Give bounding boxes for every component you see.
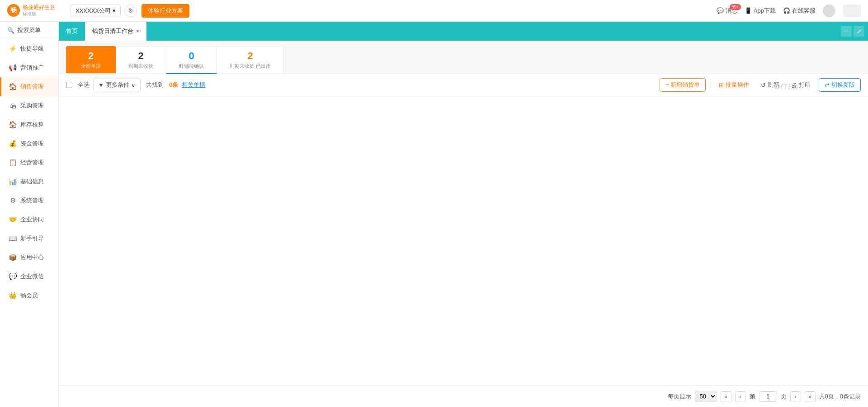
filter-label: 更多条件	[106, 81, 129, 89]
sidebar-item-label: 库存核算	[20, 121, 44, 129]
gear-icon: ⚙	[128, 7, 133, 14]
message-icon: 💬	[717, 7, 724, 14]
top-header: 畅 畅捷通好生意 标准版 XXXXXX公司 ▾ ⚙ 体验行业方案 💬 消息 99…	[0, 0, 868, 22]
inventory-icon: 🏠	[9, 121, 17, 129]
sidebar-item-inventory[interactable]: 🏠 库存核算	[0, 115, 58, 134]
stat-label-pending: 旺铺待确认	[179, 63, 204, 70]
toolbar-right: + 新增销货单 ⊞ 批量操作 ↺ 刷新 🖨 打印 ⇄ 切换新版	[660, 78, 861, 92]
sidebar-item-label: 快捷导航	[20, 45, 44, 53]
tab-active-label: 钱货日清工作台	[92, 27, 133, 35]
sidebar-item-finance[interactable]: 💰 资金管理	[0, 134, 58, 153]
sidebar-item-app-center[interactable]: 📦 应用中心	[0, 248, 58, 267]
refresh-button[interactable]: ↺ 刷新	[757, 79, 783, 91]
sidebar-item-quick-nav[interactable]: ⚡ 快捷导航	[0, 39, 58, 58]
last-page-button[interactable]: »	[805, 391, 816, 402]
sidebar-item-label: 基础信息	[20, 178, 44, 186]
sidebar-item-operations[interactable]: 📋 经营管理	[0, 153, 58, 172]
sidebar-item-purchase[interactable]: 🛍 采购管理	[0, 96, 58, 115]
app-download-label: App下载	[754, 7, 776, 15]
filter-button[interactable]: ▼ 更多条件 ∨	[93, 79, 141, 91]
wechat-icon: 💬	[9, 272, 17, 281]
logo-subtitle: 标准版	[23, 11, 55, 17]
toolbar: 全选 ▼ 更多条件 ∨ 共找到 0条 相关单据 + 新增销货单 ⊞ 批量操作 ↺	[59, 74, 868, 97]
stat-num-all: 2	[88, 50, 94, 62]
trial-button[interactable]: 体验行业方案	[142, 4, 189, 18]
page-input[interactable]	[759, 391, 777, 402]
logo-title: 畅捷通好生意	[23, 4, 55, 10]
sidebar-item-system[interactable]: ⚙ 系统管理	[0, 191, 58, 210]
system-icon: ⚙	[9, 196, 17, 205]
next-page-button[interactable]: ›	[790, 391, 801, 402]
switch-icon: ⇄	[825, 82, 830, 89]
first-page-icon: «	[724, 393, 727, 400]
minimize-icon: –	[844, 28, 848, 35]
message-button[interactable]: 💬 消息 99+	[717, 7, 737, 15]
app-center-icon: 📦	[9, 253, 17, 262]
found-count: 0条	[169, 81, 178, 89]
user-info[interactable]	[843, 5, 861, 17]
settings-button[interactable]: ⚙	[124, 5, 137, 17]
sidebar-item-label: 企业微信	[20, 272, 44, 281]
switch-version-button[interactable]: ⇄ 切换新版	[819, 78, 861, 92]
per-page-select[interactable]: 50	[695, 391, 717, 402]
sidebar-item-sales[interactable]: 🏠 销售管理	[0, 77, 58, 96]
stat-tab-overdue[interactable]: 2 到期未收款	[115, 46, 166, 73]
sidebar-item-wechat[interactable]: 💬 企业微信	[0, 267, 58, 286]
stat-label-overdue: 到期未收款	[128, 63, 153, 70]
stat-num-overdue: 2	[138, 50, 143, 62]
service-icon: 🎧	[783, 7, 790, 14]
per-page-label: 每页显示	[668, 393, 691, 401]
stat-tab-pending[interactable]: 0 旺铺待确认	[166, 46, 217, 73]
sidebar-item-label: 销售管理	[20, 83, 44, 91]
company-selector[interactable]: XXXXXX公司 ▾	[71, 5, 121, 17]
logo-icon: 畅	[7, 4, 20, 17]
sidebar-item-label: 企业协同	[20, 215, 44, 224]
vip-icon: 👑	[9, 291, 17, 299]
sidebar-item-vip[interactable]: 👑 畅会员	[0, 286, 58, 305]
sidebar-item-label: 畅会员	[20, 291, 38, 299]
stat-tab-all[interactable]: 2 全部单据	[66, 46, 116, 73]
tab-home[interactable]: 首页	[59, 22, 85, 41]
stat-num-pending: 0	[189, 50, 194, 62]
found-prefix: 共找到	[146, 81, 164, 89]
found-link[interactable]: 相关单据	[182, 81, 205, 89]
prev-page-button[interactable]: ‹	[735, 391, 746, 402]
sidebar-item-marketing[interactable]: 📢 营销推广	[0, 58, 58, 77]
print-label: 打印	[799, 81, 811, 89]
sidebar-item-label: 新手引导	[20, 234, 44, 243]
tab-bar: 首页 钱货日清工作台 × – ⤢	[59, 22, 868, 41]
sidebar-item-label: 经营管理	[20, 159, 44, 167]
tab-maximize-button[interactable]: ⤢	[854, 26, 864, 37]
sidebar-item-basic-info[interactable]: 📊 基础信息	[0, 172, 58, 191]
batch-button[interactable]: ⊞ 批量操作	[715, 79, 753, 91]
tab-active[interactable]: 钱货日清工作台 ×	[85, 22, 146, 41]
new-order-label: + 新增销货单	[665, 81, 700, 89]
tab-minimize-button[interactable]: –	[841, 26, 852, 37]
print-button[interactable]: 🖨 打印	[788, 79, 814, 91]
avatar[interactable]	[823, 5, 835, 17]
stat-tab-shipped[interactable]: 2 到期未收款 已出库	[217, 46, 284, 73]
page-suffix: 页	[781, 393, 787, 401]
new-order-button[interactable]: + 新增销货单	[660, 78, 706, 92]
last-page-icon: »	[808, 393, 811, 400]
online-service-button[interactable]: 🎧 在线客服	[783, 7, 816, 15]
app-download-icon: 📱	[745, 7, 752, 14]
stat-label-shipped: 到期未收款 已出库	[230, 63, 271, 70]
sidebar-item-label: 系统管理	[20, 196, 44, 205]
sidebar-item-cooperation[interactable]: 🤝 企业协同	[0, 210, 58, 229]
guide-icon: 📖	[9, 234, 17, 243]
company-dropdown-icon: ▾	[113, 7, 116, 14]
search-menu-item[interactable]: 🔍 搜索菜单	[0, 22, 58, 39]
header-right: 💬 消息 99+ 📱 App下载 🎧 在线客服	[717, 5, 861, 17]
app-download-button[interactable]: 📱 App下载	[745, 7, 776, 15]
select-all-checkbox[interactable]	[66, 82, 72, 88]
logo-area: 畅 畅捷通好生意 标准版	[7, 4, 66, 17]
first-page-button[interactable]: «	[721, 391, 731, 402]
tab-close-icon[interactable]: ×	[136, 28, 139, 34]
tab-home-label: 首页	[66, 27, 78, 35]
sidebar-item-guide[interactable]: 📖 新手引导	[0, 229, 58, 248]
next-page-icon: ›	[795, 393, 797, 400]
main-content: 2 全部单据 2 到期未收款 0 旺铺待确认 2 到期未收款 已出库 全选 ▼ …	[59, 41, 868, 407]
sidebar: 🔍 搜索菜单 ⚡ 快捷导航 📢 营销推广 🏠 销售管理 🛍 采购管理 🏠 库存核…	[0, 22, 59, 407]
switch-label: 切换新版	[831, 81, 855, 89]
